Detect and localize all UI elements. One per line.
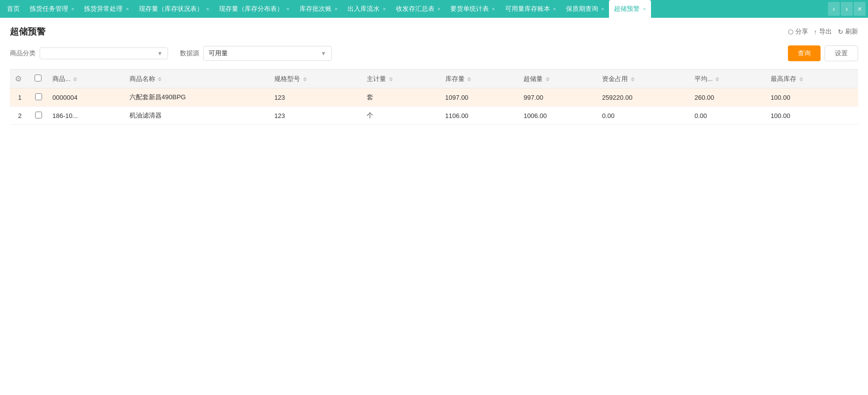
filter-buttons: 查询 设置: [788, 45, 858, 61]
nav-item-1[interactable]: 拣货任务管理 ×: [25, 0, 79, 18]
col-capital-label: 资金占用: [602, 75, 628, 82]
col-code[interactable]: 商品...: [47, 70, 125, 88]
main-content: 超储预警 ⬡ 分享 ↑ 导出 ↻ 刷新 商品分类 ▼ 数据源: [0, 18, 868, 395]
nav-close-8[interactable]: ×: [492, 6, 495, 12]
nav-close-1[interactable]: ×: [71, 6, 74, 12]
setting-button[interactable]: 设置: [825, 45, 858, 61]
nav-label-6: 出入库流水: [347, 4, 380, 13]
col-unit-sort-icon: [389, 77, 393, 81]
nav-item-6[interactable]: 出入库流水 ×: [343, 0, 391, 18]
row-checkbox[interactable]: [35, 93, 42, 100]
datasource-filter: 数据源 可用量 ▼: [180, 46, 332, 61]
row-max: 100.00: [766, 107, 858, 125]
gear-icon[interactable]: ⚙: [15, 75, 22, 83]
table-header-row: ⚙ 商品... 商品名称 规格型号: [10, 70, 858, 88]
col-capital[interactable]: 资金占用: [597, 70, 690, 88]
category-select[interactable]: ▼: [40, 47, 168, 59]
gear-header[interactable]: ⚙: [10, 70, 30, 88]
nav-label-4: 现存量（库存分布表）: [219, 4, 283, 13]
select-all-checkbox[interactable]: [35, 75, 42, 81]
nav-item-10[interactable]: 保质期查询 ×: [561, 0, 609, 18]
datasource-dropdown-icon: ▼: [321, 50, 326, 56]
page-header: 超储预警 ⬡ 分享 ↑ 导出 ↻ 刷新: [10, 26, 858, 38]
nav-close-active[interactable]: ×: [643, 6, 646, 12]
datasource-value: 可用量: [209, 49, 228, 58]
nav-label-2: 拣货异常处理: [84, 4, 123, 13]
category-filter: 商品分类 ▼: [10, 47, 168, 59]
nav-close-2[interactable]: ×: [126, 6, 129, 12]
col-unit[interactable]: 主计量: [362, 70, 440, 88]
nav-close-4[interactable]: ×: [286, 6, 289, 12]
nav-item-8[interactable]: 要货单统计表 ×: [445, 0, 500, 18]
datasource-label: 数据源: [180, 49, 199, 58]
nav-item-5[interactable]: 库存批次账 ×: [295, 0, 343, 18]
row-stock: 1106.00: [440, 107, 519, 125]
row-over: 1006.00: [519, 107, 597, 125]
col-avg[interactable]: 平均...: [690, 70, 766, 88]
nav-prev-button[interactable]: ‹: [828, 2, 840, 16]
nav-item-2[interactable]: 拣货异常处理 ×: [79, 0, 133, 18]
nav-item-9[interactable]: 可用量库存账本 ×: [500, 0, 561, 18]
export-button[interactable]: ↑ 导出: [814, 27, 832, 36]
row-num: 1: [10, 88, 30, 107]
row-num: 2: [10, 107, 30, 125]
row-capital: 259220.00: [597, 88, 690, 107]
refresh-icon: ↻: [838, 28, 843, 36]
col-spec-sort-icon: [303, 77, 307, 81]
nav-item-4[interactable]: 现存量（库存分布表） ×: [214, 0, 294, 18]
col-stock-sort-icon: [467, 77, 471, 81]
row-code: 0000004: [47, 88, 125, 107]
row-unit: 个: [362, 107, 440, 125]
row-stock: 1097.00: [440, 88, 519, 107]
nav-label-3: 现存量（库存状况表）: [139, 4, 203, 13]
col-max[interactable]: 最高库存: [766, 70, 858, 88]
nav-close-10[interactable]: ×: [601, 6, 604, 12]
col-spec[interactable]: 规格型号: [269, 70, 362, 88]
col-capital-sort-icon: [631, 77, 635, 81]
nav-label-1: 拣货任务管理: [30, 4, 68, 13]
row-over: 997.00: [519, 88, 597, 107]
nav-item-active[interactable]: 超储预警 ×: [609, 0, 651, 18]
nav-more-button[interactable]: ×: [854, 2, 866, 16]
export-label: 导出: [819, 27, 832, 36]
row-checkbox[interactable]: [35, 112, 42, 118]
nav-item-7[interactable]: 收发存汇总表 ×: [391, 0, 445, 18]
nav-close-7[interactable]: ×: [437, 6, 440, 12]
share-icon: ⬡: [788, 28, 793, 36]
share-button[interactable]: ⬡ 分享: [788, 27, 808, 36]
nav-item-3[interactable]: 现存量（库存状况表） ×: [134, 0, 214, 18]
col-stock-label: 库存量: [445, 75, 465, 82]
col-stock[interactable]: 库存量: [440, 70, 519, 88]
col-over[interactable]: 超储量: [519, 70, 597, 88]
row-checkbox-cell[interactable]: [30, 107, 47, 125]
nav-close-5[interactable]: ×: [335, 6, 338, 12]
nav-close-6[interactable]: ×: [383, 6, 386, 12]
refresh-button[interactable]: ↻ 刷新: [838, 27, 858, 36]
export-icon: ↑: [814, 28, 818, 36]
row-spec: 123: [269, 88, 362, 107]
col-name[interactable]: 商品名称: [125, 70, 269, 88]
col-over-sort-icon: [546, 77, 550, 81]
col-unit-label: 主计量: [367, 75, 386, 82]
nav-label-10: 保质期查询: [566, 4, 598, 13]
row-spec: 123: [269, 107, 362, 125]
checkbox-header[interactable]: [30, 70, 47, 88]
row-max: 100.00: [766, 88, 858, 107]
query-button[interactable]: 查询: [788, 45, 821, 61]
nav-label-5: 库存批次账: [300, 4, 332, 13]
nav-label-8: 要货单统计表: [450, 4, 489, 13]
col-max-label: 最高库存: [771, 75, 796, 82]
col-over-label: 超储量: [523, 75, 543, 82]
row-avg: 0.00: [690, 107, 766, 125]
nav-item-home[interactable]: 首页: [2, 0, 25, 18]
row-checkbox-cell[interactable]: [30, 88, 47, 107]
datasource-select[interactable]: 可用量 ▼: [203, 46, 332, 61]
nav-label-home: 首页: [7, 4, 20, 13]
nav-arrows: ‹ › ×: [827, 2, 866, 16]
row-avg: 260.00: [690, 88, 766, 107]
share-label: 分享: [795, 27, 808, 36]
nav-next-button[interactable]: ›: [841, 2, 853, 16]
col-code-label: 商品...: [52, 75, 71, 82]
nav-close-9[interactable]: ×: [553, 6, 556, 12]
nav-close-3[interactable]: ×: [206, 6, 209, 12]
